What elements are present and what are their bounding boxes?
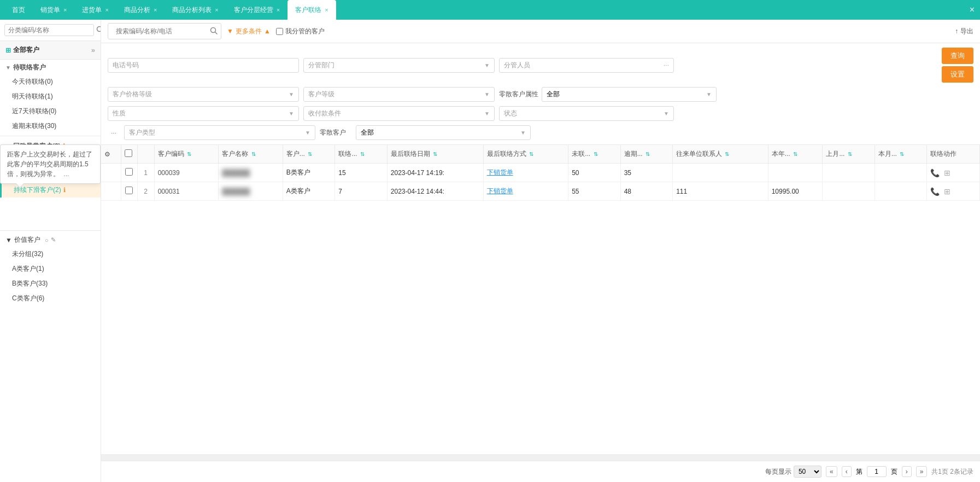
more-conditions-button[interactable]: ▼ 更多条件 ▲	[227, 27, 271, 36]
per-page-control: 每页显示 50 20 100	[765, 466, 821, 478]
sidebar-item-tomorrow[interactable]: 明天待联络(1)	[0, 89, 101, 104]
row-last-contact-method[interactable]: 下销货单	[483, 164, 568, 182]
nature-filter[interactable]: 性质 ▼	[108, 106, 299, 121]
th-customer-name[interactable]: 客户名称 ⇅	[219, 145, 283, 164]
th-this-year[interactable]: 本年... ⇅	[768, 145, 823, 164]
th-customer-type[interactable]: 客户... ⇅	[283, 145, 335, 164]
th-checkbox[interactable]	[121, 145, 137, 164]
search-icon[interactable]	[210, 27, 218, 36]
th-last-contact-method[interactable]: 最后联络方式 ⇅	[483, 145, 568, 164]
payment-condition-filter[interactable]: 收付款条件 ▼	[303, 106, 495, 121]
row-checkbox-cell[interactable]	[121, 182, 137, 201]
customer-type-filter[interactable]: 客户类型 ▼	[124, 125, 315, 140]
th-customer-code[interactable]: 客户编码 ⇅	[154, 145, 219, 164]
svg-point-0	[97, 26, 102, 31]
action-more-icon[interactable]: ⊞	[944, 187, 950, 196]
sidebar-item-ungroup[interactable]: 未分组(32)	[0, 247, 101, 262]
row-last-contact-method[interactable]: 下销货单	[483, 182, 568, 201]
sidebar-group-pending[interactable]: ▼ 待联络客户	[0, 60, 101, 74]
gear-icon[interactable]: ⚙	[104, 150, 110, 158]
row-checkbox-0[interactable]	[125, 168, 133, 176]
sidebar-item-declining[interactable]: 持续下滑客户(2) ℹ	[0, 183, 101, 198]
sidebar-group-value[interactable]: ▼ 价值客户 ○ ✎	[0, 233, 101, 247]
more-fields-button[interactable]: ···	[108, 127, 120, 139]
tab-product-analysis-list[interactable]: 商品分析列表 ×	[165, 0, 226, 20]
th-contact-count[interactable]: 联络... ⇅	[335, 145, 387, 164]
dept-filter[interactable]: 分管部门 ▼	[303, 58, 495, 73]
my-customer-checkbox-label[interactable]: 我分管的客户	[276, 27, 325, 36]
sidebar-item-class-b[interactable]: B类客户(33)	[0, 276, 101, 291]
th-settings[interactable]: ⚙	[101, 145, 121, 164]
tab-purchase-order[interactable]: 进货单 ×	[74, 0, 116, 20]
sort-icon-contact: ⇅	[360, 151, 365, 157]
sidebar-search-area	[0, 20, 101, 41]
sidebar-item-7days[interactable]: 近7天待联络(0)	[0, 104, 101, 119]
scatter-customer-select[interactable]: 全部 ▼	[356, 125, 531, 140]
tab-customer-contact[interactable]: 客户联络 ×	[287, 0, 336, 20]
edit-icon[interactable]: ○	[45, 237, 49, 243]
action-call-icon[interactable]: 📞	[930, 169, 940, 177]
query-button[interactable]: 查询	[942, 48, 973, 64]
close-all-tabs-button[interactable]: ×	[970, 5, 975, 15]
phone-filter[interactable]: 电话号码	[108, 58, 299, 73]
th-unit-contact[interactable]: 往来单位联系人 ⇅	[673, 145, 768, 164]
th-last-month[interactable]: 上月... ⇅	[823, 145, 875, 164]
customer-level-filter[interactable]: 客户等级 ▼	[303, 87, 495, 102]
per-page-select[interactable]: 50 20 100	[794, 466, 821, 478]
chevron-down-payment: ▼	[484, 111, 490, 117]
triangle-icon: ▼	[5, 65, 11, 71]
price-level-filter[interactable]: 客户价格等级 ▼	[108, 87, 299, 102]
tab-customer-layered[interactable]: 客户分层经营 ×	[226, 0, 287, 20]
sidebar-item-class-c[interactable]: C类客户(6)	[0, 291, 101, 306]
th-last-contact-date[interactable]: 最后联络日期 ⇅	[387, 145, 483, 164]
th-overdue[interactable]: 逾期... ⇅	[620, 145, 672, 164]
page-number-input[interactable]	[867, 466, 887, 477]
close-tab-customer-contact[interactable]: ×	[325, 7, 328, 13]
row-settings-cell	[101, 182, 121, 201]
filter-bar: ▼ 更多条件 ▲ 我分管的客户 ↑ 导出	[101, 20, 980, 43]
row-checkbox-cell[interactable]	[121, 164, 137, 182]
sort-icon-method: ⇅	[529, 151, 533, 157]
close-tab-purchase[interactable]: ×	[105, 7, 108, 13]
edit-icon-2[interactable]: ✎	[51, 236, 56, 243]
action-call-icon[interactable]: 📞	[930, 187, 940, 196]
sidebar-search-input[interactable]	[4, 24, 94, 36]
action-more-icon[interactable]: ⊞	[944, 169, 950, 177]
search-input[interactable]	[112, 25, 210, 37]
filter-icon: ▼	[227, 27, 233, 35]
tab-product-analysis[interactable]: 商品分析 ×	[116, 0, 165, 20]
th-this-month[interactable]: 本月... ⇅	[875, 145, 926, 164]
tab-sales-order[interactable]: 销货单 ×	[33, 0, 74, 20]
next-page-button[interactable]: ›	[902, 466, 912, 477]
close-tab-customer-layered[interactable]: ×	[277, 7, 280, 13]
row-last-contact-date: 2023-04-12 14:44:	[387, 182, 483, 201]
sidebar-item-overdue[interactable]: 逾期未联络(30)	[0, 119, 101, 133]
row-last-month	[823, 164, 875, 182]
scatter-attr-select[interactable]: 全部 ▼	[542, 87, 717, 102]
close-tab-product-analysis[interactable]: ×	[154, 7, 157, 13]
row-customer-code: 000039	[154, 164, 219, 182]
last-page-button[interactable]: »	[916, 466, 928, 477]
first-page-button[interactable]: «	[826, 466, 837, 477]
person-filter[interactable]: 分管人员 ···	[499, 58, 674, 73]
tab-home[interactable]: 首页	[4, 0, 33, 20]
close-tab-sales-order[interactable]: ×	[63, 7, 67, 13]
sidebar-all-customers[interactable]: ⊞ 全部客户 »	[0, 41, 101, 60]
sidebar-item-class-a[interactable]: A类客户(1)	[0, 262, 101, 276]
sort-icon-unit: ⇅	[725, 151, 729, 157]
th-uncontacted[interactable]: 未联... ⇅	[568, 145, 620, 164]
row-checkbox-1[interactable]	[125, 187, 133, 194]
sidebar-item-today[interactable]: 今天待联络(0)	[0, 74, 101, 89]
close-tab-product-list[interactable]: ×	[215, 7, 218, 13]
filter-row-4: ··· 客户类型 ▼ 零散客户 全部 ▼	[108, 125, 973, 140]
sidebar-search-button[interactable]	[96, 26, 101, 35]
sidebar-collapse-icon[interactable]: »	[91, 46, 95, 54]
settings-button[interactable]: 设置	[942, 66, 973, 83]
my-customer-checkbox[interactable]	[276, 28, 283, 35]
horizontal-scrollbar[interactable]	[101, 454, 980, 461]
select-all-checkbox[interactable]	[125, 149, 132, 157]
data-table: ⚙ 客户编码 ⇅ 客户名称 ⇅	[101, 145, 980, 201]
prev-page-button[interactable]: ‹	[842, 466, 852, 477]
export-button[interactable]: ↑ 导出	[955, 27, 973, 36]
status-filter[interactable]: 状态 ▼	[499, 106, 674, 121]
